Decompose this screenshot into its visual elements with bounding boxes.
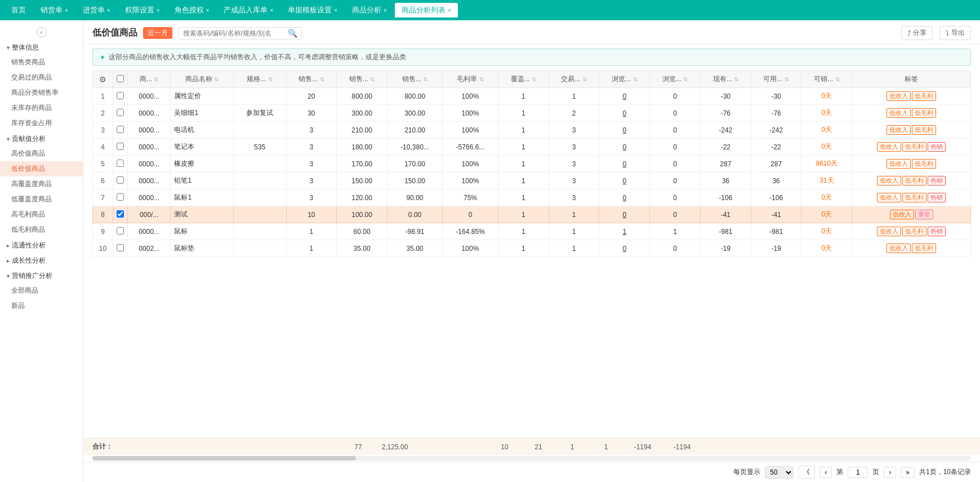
- row-checkbox[interactable]: [113, 206, 128, 223]
- coverage-column-header[interactable]: 覆盖... ⇅: [498, 71, 549, 88]
- row-browse1[interactable]: 0: [599, 206, 650, 223]
- sidebar-item-high-value[interactable]: 高价值商品: [0, 146, 83, 161]
- close-icon[interactable]: ×: [270, 7, 273, 14]
- sidebar-group-growth[interactable]: ▸ 成长性分析: [0, 253, 83, 268]
- sort-icon[interactable]: ⇅: [582, 76, 587, 82]
- sales-price-column-header[interactable]: 销售... ⇅: [337, 71, 387, 88]
- row-checkbox[interactable]: [113, 173, 128, 189]
- filter-button[interactable]: 近一月: [143, 27, 172, 39]
- close-icon[interactable]: ×: [65, 7, 68, 14]
- row-checkbox[interactable]: [113, 189, 128, 206]
- row-select-checkbox[interactable]: [117, 193, 124, 201]
- export-button[interactable]: ⤵ 导出: [939, 26, 971, 40]
- close-icon[interactable]: ×: [384, 7, 387, 14]
- sort-icon[interactable]: ⇅: [479, 76, 484, 82]
- close-icon[interactable]: ×: [448, 7, 451, 14]
- row-browse1[interactable]: 0: [599, 88, 650, 105]
- page-size-select[interactable]: 50 100: [765, 466, 794, 479]
- row-browse1[interactable]: 0: [599, 189, 650, 206]
- trade-column-header[interactable]: 交易... ⇅: [549, 71, 599, 88]
- row-select-checkbox[interactable]: [117, 227, 124, 235]
- next-page-button[interactable]: ›: [884, 467, 896, 478]
- sidebar-group-marketing[interactable]: ▾ 营销推广分析: [0, 268, 83, 283]
- browse2-column-header[interactable]: 浏览... ⇅: [650, 71, 701, 88]
- sidebar-item-no-inventory[interactable]: 未库存的商品: [0, 100, 83, 116]
- sidebar-item-low-coverage[interactable]: 低覆盖度商品: [0, 192, 83, 207]
- sidebar-item-inventory-capital[interactable]: 库存资金占用: [0, 116, 83, 131]
- nav-product-analysis-list[interactable]: 商品分析列表 ×: [395, 3, 458, 17]
- nav-template-settings[interactable]: 单据模板设置 ×: [281, 3, 344, 17]
- settings-column-header[interactable]: ⚙: [93, 71, 113, 88]
- row-browse1[interactable]: 0: [599, 105, 650, 122]
- name-column-header[interactable]: 商品名称 ⇅: [171, 71, 233, 88]
- nav-role-auth[interactable]: 角色授权 ×: [168, 3, 216, 17]
- row-select-checkbox[interactable]: [117, 176, 124, 184]
- page-number-input[interactable]: [848, 467, 868, 478]
- row-browse1[interactable]: 0: [599, 240, 650, 257]
- prev-page-button[interactable]: ‹: [819, 467, 832, 478]
- nav-product-analysis[interactable]: 商品分析 ×: [345, 3, 394, 17]
- sort-icon[interactable]: ⇅: [154, 76, 158, 82]
- row-select-checkbox[interactable]: [117, 210, 124, 218]
- row-select-checkbox[interactable]: [117, 109, 124, 116]
- spec-column-header[interactable]: 规格... ⇅: [233, 71, 286, 88]
- current-column-header[interactable]: 现有... ⇅: [700, 71, 751, 88]
- row-select-checkbox[interactable]: [117, 126, 124, 133]
- sales-amount-column-header[interactable]: 销售... ⇅: [387, 71, 443, 88]
- available-column-header[interactable]: 可用... ⇅: [751, 71, 801, 88]
- browse-link[interactable]: 0: [623, 126, 627, 134]
- search-icon[interactable]: 🔍: [288, 29, 297, 38]
- row-checkbox[interactable]: [113, 223, 128, 240]
- browse-link[interactable]: 0: [623, 143, 627, 151]
- code-column-header[interactable]: 商... ⇅: [128, 71, 171, 88]
- search-input[interactable]: [178, 27, 302, 39]
- first-page-button[interactable]: 《: [798, 466, 815, 479]
- sidebar-item-category-sales-rate[interactable]: 商品分类销售率: [0, 85, 83, 100]
- sort-icon[interactable]: ⇅: [835, 76, 840, 82]
- close-icon[interactable]: ×: [157, 7, 160, 14]
- sort-icon[interactable]: ⇅: [423, 76, 427, 82]
- row-checkbox[interactable]: [113, 122, 128, 139]
- sidebar-group-contribution[interactable]: ▾ 贡献值分析: [0, 131, 83, 146]
- collapse-button[interactable]: «: [37, 27, 47, 37]
- scrollbar-thumb[interactable]: [92, 456, 356, 461]
- browse1-column-header[interactable]: 浏览... ⇅: [599, 71, 650, 88]
- saleable-column-header[interactable]: 可销... ⇅: [801, 71, 852, 88]
- row-checkbox[interactable]: [113, 156, 128, 173]
- row-checkbox[interactable]: [113, 240, 128, 257]
- row-browse1[interactable]: 0: [599, 122, 650, 139]
- row-select-checkbox[interactable]: [117, 160, 124, 167]
- row-browse1[interactable]: 1: [599, 223, 650, 240]
- sales-qty-column-header[interactable]: 销售... ⇅: [286, 71, 337, 88]
- row-checkbox[interactable]: [113, 139, 128, 156]
- margin-column-header[interactable]: 毛利率 ⇅: [442, 71, 498, 88]
- sort-icon[interactable]: ⇅: [268, 76, 273, 82]
- nav-home[interactable]: 首页: [5, 3, 33, 17]
- sort-icon[interactable]: ⇅: [734, 76, 738, 82]
- row-select-checkbox[interactable]: [117, 92, 124, 99]
- sidebar-group-circulation[interactable]: ▸ 流通性分析: [0, 237, 83, 253]
- browse-link[interactable]: 0: [623, 211, 627, 219]
- checkbox-column-header[interactable]: [113, 71, 128, 88]
- nav-finished-goods[interactable]: 产成品入库单 ×: [217, 3, 280, 17]
- nav-purchase-order[interactable]: 进货单 ×: [76, 3, 117, 17]
- settings-icon[interactable]: ⚙: [99, 75, 106, 84]
- sort-icon[interactable]: ⇅: [683, 76, 688, 82]
- sidebar-item-traded-goods[interactable]: 交易过的商品: [0, 70, 83, 85]
- sidebar-item-low-margin[interactable]: 低毛利商品: [0, 222, 83, 237]
- browse-link[interactable]: 0: [623, 177, 627, 185]
- close-icon[interactable]: ×: [206, 7, 210, 14]
- share-button[interactable]: ⤴ 分享: [901, 26, 933, 40]
- sidebar-item-new-goods[interactable]: 新品: [0, 298, 83, 313]
- sort-icon[interactable]: ⇅: [214, 76, 219, 82]
- sort-icon[interactable]: ⇅: [370, 76, 375, 82]
- sidebar-item-high-margin[interactable]: 高毛利商品: [0, 207, 83, 222]
- nav-sales-order[interactable]: 销货单 ×: [34, 3, 75, 17]
- sidebar-item-low-value[interactable]: 低价值商品: [0, 161, 83, 176]
- browse-link[interactable]: 0: [623, 245, 627, 253]
- row-browse1[interactable]: 0: [599, 156, 650, 173]
- browse-link[interactable]: 1: [623, 228, 627, 236]
- sidebar-item-all-goods[interactable]: 全部商品: [0, 283, 83, 298]
- sort-icon[interactable]: ⇅: [785, 76, 789, 82]
- sidebar-item-sales-goods[interactable]: 销售类商品: [0, 55, 83, 70]
